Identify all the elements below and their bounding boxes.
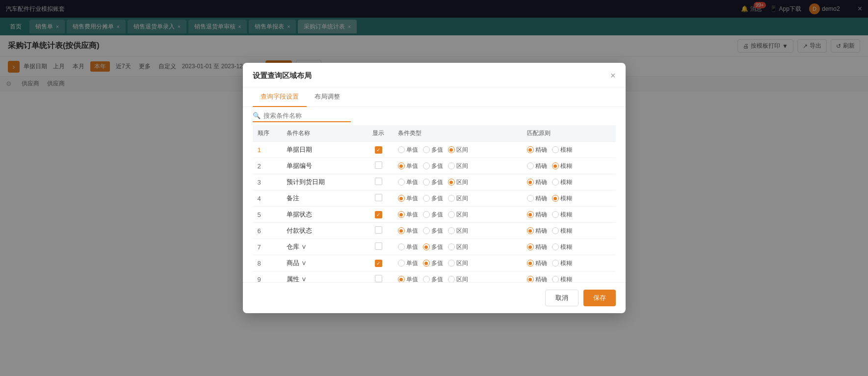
modal-tab-layout[interactable]: 布局调整 — [307, 87, 348, 107]
display-checkbox[interactable] — [375, 242, 382, 250]
type-radio-item[interactable]: 多值 — [423, 227, 443, 235]
type-radio-item[interactable]: 多值 — [423, 259, 443, 268]
type-radio-item[interactable]: 单值 — [398, 162, 418, 170]
th-name: 条件名称 — [282, 125, 364, 142]
cell-type: 单值多值区间 — [393, 158, 522, 174]
radio-circle-icon — [552, 146, 559, 153]
save-btn[interactable]: 保存 — [583, 290, 616, 306]
match-radio-item[interactable]: 模糊 — [552, 194, 572, 203]
search-box: 🔍 — [253, 112, 351, 122]
type-radio-item[interactable]: 多值 — [423, 243, 443, 251]
display-checkbox[interactable] — [375, 161, 382, 169]
display-checkbox[interactable] — [375, 226, 382, 234]
radio-circle-icon — [527, 195, 534, 202]
match-radio-item[interactable]: 模糊 — [552, 146, 572, 154]
row-order-number: 9 — [258, 276, 261, 283]
modal-search: 🔍 — [243, 107, 626, 125]
modal-title: 设置查询区域布局 — [253, 71, 312, 81]
match-radio-group: 精确模糊 — [527, 243, 611, 251]
match-radio-item[interactable]: 模糊 — [552, 259, 572, 268]
radio-circle-icon — [398, 227, 405, 234]
radio-circle-icon — [423, 195, 430, 202]
radio-circle-icon — [527, 227, 534, 234]
radio-circle-icon — [448, 195, 455, 202]
type-radio-item[interactable]: 多值 — [423, 275, 443, 283]
type-radio-group: 单值多值区间 — [398, 259, 517, 268]
match-radio-item[interactable]: 精确 — [527, 162, 547, 170]
radio-label-text: 精确 — [535, 211, 547, 219]
display-checkbox[interactable] — [375, 211, 382, 218]
match-radio-item[interactable]: 模糊 — [552, 227, 572, 235]
type-radio-item[interactable]: 区间 — [448, 162, 468, 170]
radio-label-text: 模糊 — [560, 275, 572, 283]
radio-circle-icon — [448, 146, 455, 153]
display-checkbox[interactable] — [375, 178, 382, 185]
cell-name: 单据日期 — [282, 142, 364, 158]
cell-name: 商品 ∨ — [282, 255, 364, 271]
match-radio-item[interactable]: 精确 — [527, 243, 547, 251]
search-input[interactable] — [263, 112, 351, 119]
match-radio-item[interactable]: 精确 — [527, 227, 547, 235]
type-radio-item[interactable]: 单值 — [398, 194, 418, 203]
type-radio-item[interactable]: 多值 — [423, 146, 443, 154]
display-checkbox[interactable] — [375, 146, 382, 154]
cell-order: 6 — [253, 223, 282, 239]
radio-circle-icon — [448, 227, 455, 234]
radio-label-text: 多值 — [431, 178, 443, 187]
display-checkbox[interactable] — [375, 194, 382, 201]
type-radio-item[interactable]: 单值 — [398, 146, 418, 154]
type-radio-item[interactable]: 区间 — [448, 178, 468, 187]
modal-tab-query-fields[interactable]: 查询字段设置 — [253, 87, 307, 107]
type-radio-group: 单值多值区间 — [398, 162, 517, 170]
cell-match: 精确模糊 — [522, 190, 616, 207]
type-radio-item[interactable]: 单值 — [398, 211, 418, 219]
match-radio-item[interactable]: 精确 — [527, 178, 547, 187]
type-radio-item[interactable]: 多值 — [423, 178, 443, 187]
table-row: 5单据状态单值多值区间精确模糊 — [253, 207, 616, 223]
type-radio-item[interactable]: 多值 — [423, 194, 443, 203]
match-radio-item[interactable]: 模糊 — [552, 178, 572, 187]
type-radio-item[interactable]: 区间 — [448, 146, 468, 154]
cancel-btn[interactable]: 取消 — [545, 290, 579, 306]
display-checkbox[interactable] — [375, 275, 382, 282]
radio-label-text: 精确 — [535, 259, 547, 268]
type-radio-item[interactable]: 单值 — [398, 259, 418, 268]
cell-order: 3 — [253, 174, 282, 190]
type-radio-item[interactable]: 区间 — [448, 227, 468, 235]
type-radio-item[interactable]: 多值 — [423, 162, 443, 170]
match-radio-item[interactable]: 模糊 — [552, 162, 572, 170]
type-radio-item[interactable]: 区间 — [448, 211, 468, 219]
match-radio-item[interactable]: 精确 — [527, 194, 547, 203]
type-radio-item[interactable]: 区间 — [448, 259, 468, 268]
match-radio-item[interactable]: 精确 — [527, 211, 547, 219]
cell-name: 属性 ∨ — [282, 271, 364, 283]
radio-label-text: 单值 — [406, 243, 418, 251]
table-row: 1单据日期单值多值区间精确模糊 — [253, 142, 616, 158]
match-radio-item[interactable]: 精确 — [527, 275, 547, 283]
radio-label-text: 单值 — [406, 259, 418, 268]
match-radio-item[interactable]: 精确 — [527, 146, 547, 154]
match-radio-item[interactable]: 精确 — [527, 259, 547, 268]
modal-close-btn[interactable]: × — [610, 71, 616, 81]
type-radio-item[interactable]: 单值 — [398, 178, 418, 187]
match-radio-item[interactable]: 模糊 — [552, 243, 572, 251]
type-radio-group: 单值多值区间 — [398, 194, 517, 203]
type-radio-item[interactable]: 单值 — [398, 275, 418, 283]
match-radio-item[interactable]: 模糊 — [552, 211, 572, 219]
cell-match: 精确模糊 — [522, 271, 616, 283]
row-order-number: 3 — [258, 179, 261, 186]
match-radio-item[interactable]: 模糊 — [552, 275, 572, 283]
display-checkbox[interactable] — [375, 260, 382, 267]
type-radio-item[interactable]: 区间 — [448, 275, 468, 283]
type-radio-item[interactable]: 单值 — [398, 227, 418, 235]
th-type: 条件类型 — [393, 125, 522, 142]
radio-circle-icon — [398, 179, 405, 186]
type-radio-item[interactable]: 区间 — [448, 243, 468, 251]
type-radio-item[interactable]: 多值 — [423, 211, 443, 219]
table-row: 4备注单值多值区间精确模糊 — [253, 190, 616, 207]
type-radio-item[interactable]: 区间 — [448, 194, 468, 203]
cell-display — [364, 158, 393, 174]
type-radio-item[interactable]: 单值 — [398, 243, 418, 251]
row-order-number: 2 — [258, 162, 261, 170]
radio-label-text: 多值 — [431, 146, 443, 154]
